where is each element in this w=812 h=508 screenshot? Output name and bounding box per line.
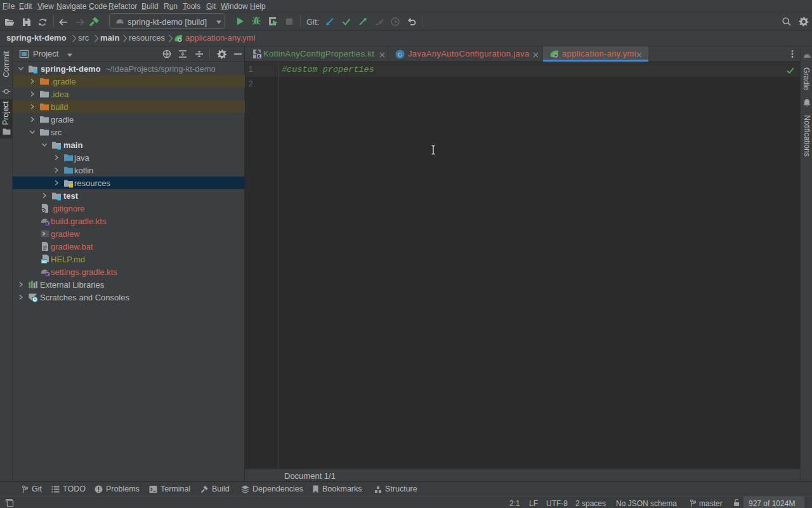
svg-text:MD: MD [42,260,47,264]
svg-text:C: C [398,51,402,58]
